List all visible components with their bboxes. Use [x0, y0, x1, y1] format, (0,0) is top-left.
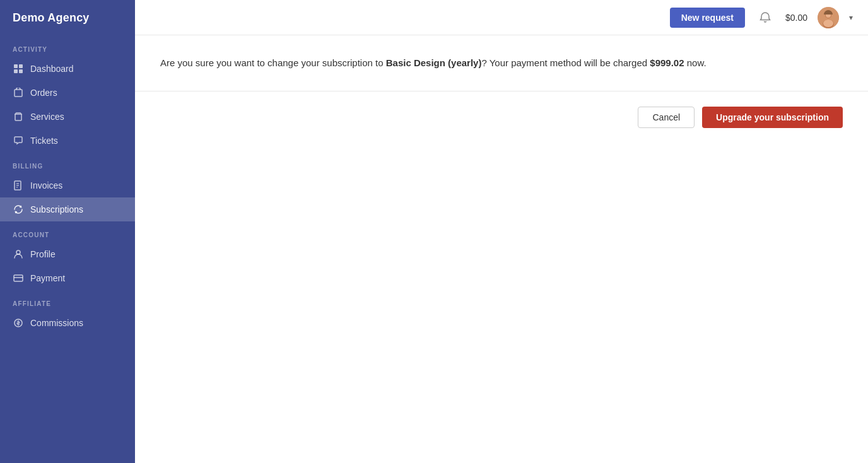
svg-rect-1 [19, 64, 23, 68]
confirmation-text-after: now. [684, 57, 707, 68]
sidebar-item-subscriptions[interactable]: Subscriptions [0, 197, 135, 221]
sidebar-item-invoices[interactable]: Invoices [0, 173, 135, 197]
profile-icon [13, 249, 24, 260]
commissions-icon [13, 317, 24, 329]
sidebar-item-payment[interactable]: Payment [0, 266, 135, 290]
app-title: Demo Agency [0, 0, 135, 36]
price-amount: $999.02 [650, 57, 684, 68]
account-balance: $0.00 [785, 13, 807, 23]
sidebar-item-tickets[interactable]: Tickets [0, 129, 135, 153]
cancel-button[interactable]: Cancel [638, 107, 695, 128]
user-avatar[interactable] [818, 7, 839, 28]
payment-icon [13, 273, 24, 284]
notifications-bell[interactable] [755, 8, 775, 28]
confirmation-text-middle: ? Your payment method will be charged [481, 57, 650, 68]
sidebar-item-profile[interactable]: Profile [0, 242, 135, 266]
services-label: Services [30, 112, 64, 122]
sidebar-section-affiliate: AFFILIATE Commissions [0, 290, 135, 335]
sidebar: Demo Agency ACTIVITY Dashboard Orders Se… [0, 0, 135, 463]
confirmation-text-before: Are you sure you want to change your sub… [160, 57, 386, 68]
services-icon [13, 111, 24, 122]
topbar: New request $0.00 ▾ [135, 0, 868, 35]
section-label-activity: ACTIVITY [0, 36, 135, 57]
svg-rect-4 [15, 90, 22, 97]
svg-rect-3 [19, 69, 23, 73]
main-content: Are you sure you want to change your sub… [135, 35, 868, 463]
commissions-label: Commissions [30, 318, 83, 328]
orders-label: Orders [30, 88, 57, 98]
sidebar-item-services[interactable]: Services [0, 105, 135, 129]
invoices-label: Invoices [30, 180, 62, 190]
orders-icon [13, 87, 24, 98]
plan-name: Basic Design (yearly) [386, 57, 482, 68]
svg-rect-10 [14, 275, 23, 281]
subscriptions-label: Subscriptions [30, 204, 83, 214]
svg-rect-0 [14, 64, 18, 68]
sidebar-item-commissions[interactable]: Commissions [0, 311, 135, 335]
svg-point-9 [16, 250, 20, 254]
svg-point-17 [823, 20, 833, 27]
tickets-icon [13, 135, 24, 146]
subscriptions-icon [13, 204, 24, 215]
user-menu-chevron[interactable]: ▾ [849, 13, 853, 22]
sidebar-section-account: ACCOUNT Profile Payment [0, 221, 135, 290]
sidebar-item-dashboard[interactable]: Dashboard [0, 57, 135, 81]
main-area: New request $0.00 ▾ Are you sure you wan… [135, 0, 868, 463]
invoices-icon [13, 180, 24, 191]
profile-label: Profile [30, 249, 56, 259]
section-label-billing: BILLING [0, 153, 135, 173]
tickets-label: Tickets [30, 136, 58, 146]
confirmation-section: Are you sure you want to change your sub… [135, 35, 868, 91]
sidebar-item-orders[interactable]: Orders [0, 81, 135, 105]
confirmation-text: Are you sure you want to change your sub… [160, 56, 843, 71]
svg-rect-2 [14, 69, 18, 73]
section-label-affiliate: AFFILIATE [0, 290, 135, 311]
payment-label: Payment [30, 273, 65, 283]
dashboard-icon [13, 63, 24, 74]
sidebar-section-billing: BILLING Invoices Subscriptions [0, 153, 135, 221]
section-label-account: ACCOUNT [0, 221, 135, 242]
action-row: Cancel Upgrade your subscription [135, 91, 868, 143]
dashboard-label: Dashboard [30, 64, 74, 74]
upgrade-button[interactable]: Upgrade your subscription [702, 107, 843, 128]
sidebar-section-activity: ACTIVITY Dashboard Orders Services Ticke… [0, 36, 135, 153]
new-request-button[interactable]: New request [670, 8, 745, 28]
